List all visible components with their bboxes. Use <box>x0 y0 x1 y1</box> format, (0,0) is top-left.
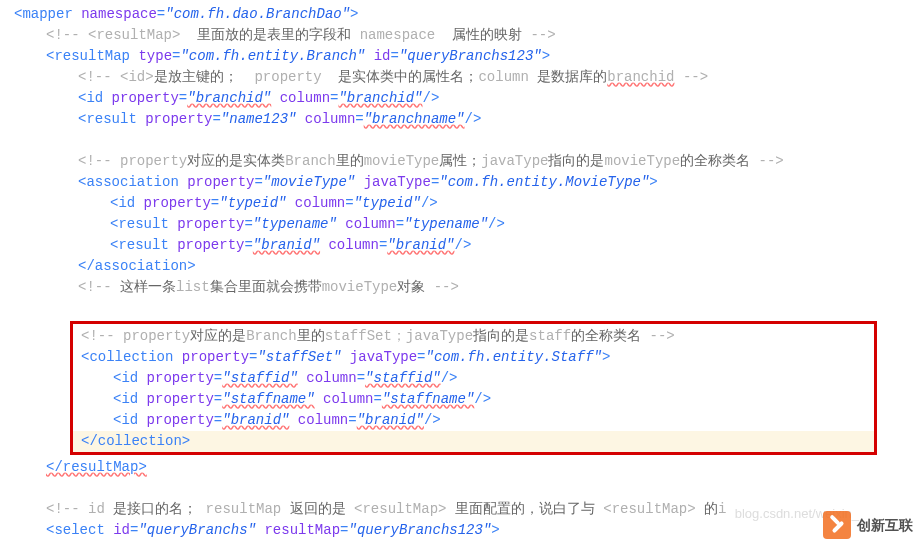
watermark: 创新互联 <box>823 511 913 539</box>
code-line: <select id="queryBranchs" resultMap="que… <box>2 520 917 541</box>
code-line: </association> <box>2 256 917 277</box>
code-line: <id property="typeid" column="typeid"/> <box>2 193 917 214</box>
code-line: <result property="name123" column="branc… <box>2 109 917 130</box>
code-line: <!-- 这样一条list集合里面就会携带movieType对象 --> <box>2 277 917 298</box>
code-line: <!-- id 是接口的名； resultMap 返回的是 <resultMap… <box>2 499 917 520</box>
logo-icon <box>823 511 851 539</box>
code-line: <result property="typename" column="type… <box>2 214 917 235</box>
code-line: <resultMap type="com.fh.entity.Branch" i… <box>2 46 917 67</box>
code-line: <!-- property对应的是实体类Branch里的movieType属性；… <box>2 151 917 172</box>
code-block: <mapper namespace="com.fh.dao.BranchDao"… <box>2 4 917 541</box>
code-line: </resultMap> <box>2 457 917 478</box>
cursor-line: </collection> <box>73 431 874 452</box>
code-line: <!-- <id>是放主键的； property 是实体类中的属性名；colum… <box>2 67 917 88</box>
code-line: <id property="staffname" column="staffna… <box>73 389 874 410</box>
code-line: <id property="branchid" column="branchid… <box>2 88 917 109</box>
code-line: <!-- <resultMap> 里面放的是表里的字段和 namespace 属… <box>2 25 917 46</box>
highlighted-region: <!-- property对应的是Branch里的staffSet；javaTy… <box>70 321 877 455</box>
code-line: <id property="branid" column="branid"/> <box>73 410 874 431</box>
code-line: <!-- property对应的是Branch里的staffSet；javaTy… <box>73 326 874 347</box>
code-line: <mapper namespace="com.fh.dao.BranchDao"… <box>2 4 917 25</box>
code-line: <id property="staffid" column="staffid"/… <box>73 368 874 389</box>
code-line: <result property="branid" column="branid… <box>2 235 917 256</box>
code-line: <collection property="staffSet" javaType… <box>73 347 874 368</box>
code-line: <association property="movieType" javaTy… <box>2 172 917 193</box>
watermark-text: 创新互联 <box>857 515 913 536</box>
